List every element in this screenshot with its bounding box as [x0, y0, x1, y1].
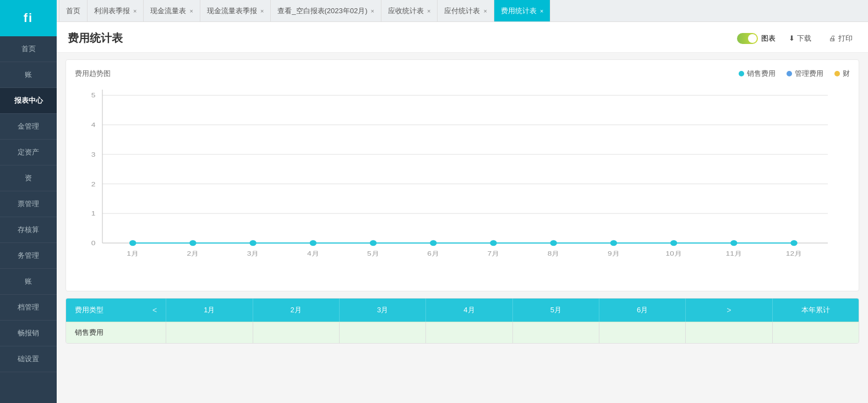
th-next-nav[interactable]: >: [686, 299, 772, 322]
chart-dot-dec: [790, 240, 798, 246]
content-area: 费用统计表 图表 ⬇ 下载 🖨 打印 费用趋势图: [57, 22, 868, 403]
main-area: 首页 利润表季报 × 现金流量表 × 现金流量表季报 × 查看_空白报表(202…: [57, 0, 868, 403]
svg-text:8月: 8月: [548, 250, 560, 257]
chart-dot-sep: [610, 240, 618, 246]
tab-expense[interactable]: 费用统计表 ×: [494, 0, 550, 22]
table-row: 销售费用: [66, 322, 859, 343]
svg-text:10月: 10月: [665, 250, 682, 257]
legend-label-sales: 销售费用: [747, 69, 776, 79]
tab-profit-quarterly[interactable]: 利润表季报 ×: [88, 0, 144, 22]
svg-text:1: 1: [91, 211, 96, 218]
chart-dot-nov: [730, 240, 738, 246]
table-section: 费用类型 < 1月 2月 3月 4月 5月 6月 > 本年累计 销售费用: [65, 298, 859, 344]
chart-section: 费用趋势图 销售费用 管理费用 财: [65, 59, 859, 291]
td-may: [513, 322, 599, 343]
th-jun: 6月: [599, 299, 686, 322]
legend-item-management: 管理费用: [787, 69, 823, 79]
svg-text:2: 2: [91, 181, 96, 188]
svg-text:9月: 9月: [608, 250, 620, 257]
sidebar-item-resource[interactable]: 资: [0, 165, 57, 191]
tab-cashflow-quarterly[interactable]: 现金流量表季报 ×: [200, 0, 271, 22]
tab-blank-report[interactable]: 查看_空白报表(2023年02月) ×: [271, 0, 381, 22]
td-nav-placeholder: [686, 322, 772, 343]
svg-text:3月: 3月: [247, 250, 259, 257]
header-actions: 图表 ⬇ 下载 🖨 打印: [737, 31, 857, 46]
close-icon[interactable]: ×: [260, 8, 264, 14]
sidebar-item-fund[interactable]: 金管理: [0, 114, 57, 140]
print-button[interactable]: 🖨 打印: [825, 31, 857, 46]
chart-svg: 0 1 2 3 4 5: [102, 90, 828, 260]
sidebar-item-settings[interactable]: 础设置: [0, 346, 57, 372]
tab-bar: 首页 利润表季报 × 现金流量表 × 现金流量表季报 × 查看_空白报表(202…: [57, 0, 868, 22]
close-icon[interactable]: ×: [427, 8, 430, 14]
td-feb: [253, 322, 340, 343]
chart-dot-jul: [490, 240, 497, 246]
chart-title: 费用趋势图: [75, 69, 111, 79]
chart-dot-jun: [430, 240, 437, 246]
svg-text:12月: 12月: [786, 250, 803, 257]
close-icon[interactable]: ×: [371, 8, 374, 14]
page-header: 费用统计表 图表 ⬇ 下载 🖨 打印: [57, 22, 868, 53]
svg-text:3: 3: [91, 151, 96, 158]
th-may: 5月: [513, 299, 599, 322]
th-mar: 3月: [340, 299, 426, 322]
close-icon[interactable]: ×: [189, 8, 193, 14]
sidebar-item-service[interactable]: 务管理: [0, 243, 57, 269]
sidebar: fi 首页 账 报表中心 金管理 定资产 资 票管理 存核算 务管理 账 档管理…: [0, 0, 57, 403]
svg-text:6月: 6月: [427, 250, 439, 257]
td-mar: [340, 322, 426, 343]
next-arrow[interactable]: >: [727, 306, 731, 314]
th-apr: 4月: [426, 299, 512, 322]
td-jan: [166, 322, 253, 343]
chart-dot-mar: [249, 240, 256, 246]
svg-text:5: 5: [91, 92, 96, 100]
tab-cashflow[interactable]: 现金流量表 ×: [144, 0, 200, 22]
td-type: 销售费用: [66, 322, 166, 343]
sidebar-item-account[interactable]: 账: [0, 62, 57, 88]
download-icon: ⬇: [789, 34, 795, 42]
sidebar-item-inventory[interactable]: 存核算: [0, 217, 57, 243]
sidebar-logo: fi: [0, 0, 57, 36]
legend-dot-finance: [834, 71, 840, 76]
sidebar-item-home[interactable]: 首页: [0, 36, 57, 62]
prev-arrow[interactable]: <: [152, 306, 157, 314]
legend-dot-management: [787, 71, 792, 76]
tab-payable[interactable]: 应付统计表 ×: [438, 0, 494, 22]
sidebar-item-ledger[interactable]: 账: [0, 269, 57, 295]
tab-home[interactable]: 首页: [59, 0, 88, 22]
sidebar-item-report[interactable]: 报表中心: [0, 88, 57, 114]
legend-label-finance: 财: [843, 69, 850, 79]
svg-text:2月: 2月: [187, 250, 199, 257]
legend-item-finance: 财: [834, 69, 850, 79]
chart-toggle[interactable]: [737, 33, 758, 44]
sidebar-item-expense[interactable]: 畅报销: [0, 321, 57, 346]
download-button[interactable]: ⬇ 下载: [784, 31, 816, 46]
chart-dot-jan: [129, 240, 137, 246]
sidebar-item-asset[interactable]: 定资产: [0, 140, 57, 165]
close-icon[interactable]: ×: [483, 8, 487, 14]
chart-dot-aug: [550, 240, 557, 246]
toggle-label: 图表: [761, 34, 776, 43]
chart-dot-feb: [189, 240, 196, 246]
sidebar-item-archive[interactable]: 档管理: [0, 295, 57, 321]
chart-toggle-wrap: 图表: [737, 33, 776, 44]
svg-text:7月: 7月: [488, 250, 500, 257]
svg-text:4: 4: [91, 122, 96, 129]
td-apr: [426, 322, 512, 343]
chart-dot-may: [370, 240, 377, 246]
svg-text:11月: 11月: [726, 250, 743, 257]
svg-text:5月: 5月: [367, 250, 379, 257]
close-icon[interactable]: ×: [540, 8, 543, 14]
chart-header: 费用趋势图 销售费用 管理费用 财: [75, 69, 850, 79]
th-feb: 2月: [253, 299, 340, 322]
legend-item-sales: 销售费用: [739, 69, 776, 79]
table-header-row: 费用类型 < 1月 2月 3月 4月 5月 6月 > 本年累计: [66, 299, 859, 322]
th-jan: 1月: [166, 299, 253, 322]
sidebar-item-invoice[interactable]: 票管理: [0, 191, 57, 217]
chart-dot-apr: [310, 240, 317, 246]
tab-receivable[interactable]: 应收统计表 ×: [381, 0, 438, 22]
th-annual: 本年累计: [773, 299, 859, 322]
legend-dot-sales: [739, 71, 744, 76]
svg-text:1月: 1月: [127, 250, 139, 257]
close-icon[interactable]: ×: [133, 8, 137, 14]
